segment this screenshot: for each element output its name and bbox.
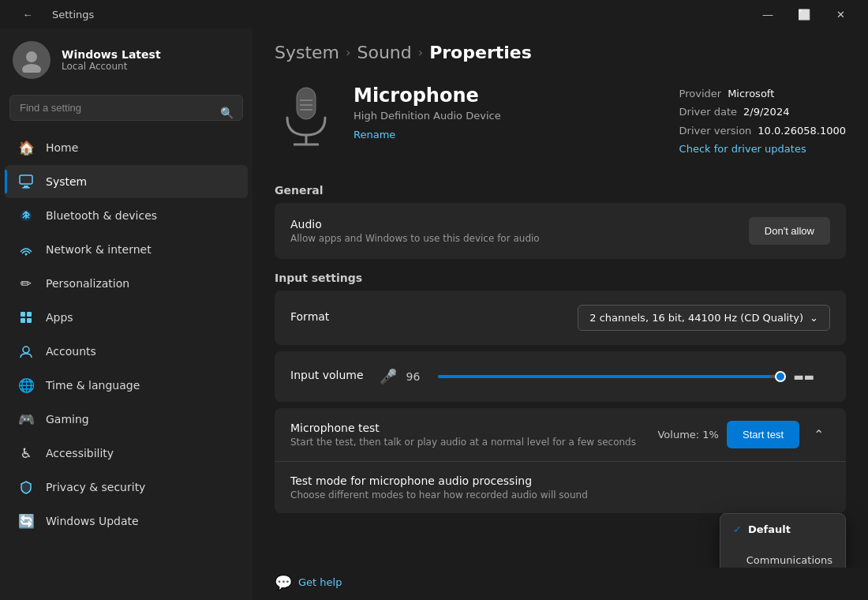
volume-slider-thumb[interactable] [775,371,786,382]
apps-icon [17,309,35,326]
user-role: Local Account [62,61,161,72]
driver-link[interactable]: Check for driver updates [679,143,806,155]
svg-point-0 [26,51,37,62]
test-mode-title: Test mode for microphone audio processin… [290,474,588,487]
test-mode-row: Test mode for microphone audio processin… [275,461,846,513]
format-value: 2 channels, 16 bit, 44100 Hz (CD Quality… [589,312,803,324]
provider-value: Microsoft [728,84,774,103]
mic-test-description: Start the test, then talk or play audio … [290,437,636,448]
accounts-icon [17,343,35,360]
search-container: 🔍 [0,95,253,130]
breadcrumb-system[interactable]: System [275,43,339,62]
breadcrumb-sep-2: › [418,45,423,60]
sidebar-item-label: Personalization [46,277,129,290]
minimize-button[interactable]: — [750,0,786,28]
svg-rect-4 [22,187,30,189]
user-profile[interactable]: Windows Latest Local Account [0,28,253,95]
windows-update-icon: 🔄 [17,512,35,530]
volume-end-icon: ▬▬ [794,370,814,383]
svg-point-1 [22,64,41,73]
sidebar: Windows Latest Local Account 🔍 🏠 Home [0,28,253,600]
sidebar-item-windows-update[interactable]: 🔄 Windows Update [5,504,248,538]
get-help-link[interactable]: Get help [298,576,342,588]
app-container: Windows Latest Local Account 🔍 🏠 Home [0,28,868,600]
get-help-bar: 💬 Get help [253,568,868,600]
test-mode-default[interactable]: ✓ Default [720,514,845,545]
sidebar-item-accessibility[interactable]: ♿ Accessibility [5,437,248,470]
audio-row: Audio Allow apps and Windows to use this… [275,203,846,259]
close-button[interactable]: ✕ [822,0,859,28]
content-area: System › Sound › Properties [253,28,868,600]
help-icon: 💬 [275,574,292,591]
sidebar-item-apps[interactable]: Apps [5,301,248,334]
mic-test-chevron-button[interactable]: ⌃ [807,424,830,445]
sidebar-item-personalization[interactable]: ✏️ Personalization [5,267,248,300]
device-name: Microphone [354,84,501,107]
privacy-icon [17,478,35,496]
svg-rect-9 [21,318,25,323]
format-dropdown[interactable]: 2 channels, 16 bit, 44100 Hz (CD Quality… [578,305,830,331]
svg-rect-12 [297,88,316,119]
sidebar-item-system[interactable]: System [5,165,248,198]
svg-rect-2 [20,175,32,184]
driver-date-value: 2/9/2024 [743,103,789,121]
search-icon: 🔍 [220,107,234,119]
test-mode-communications[interactable]: Communications [720,545,845,568]
device-info: Microphone High Definition Audio Device … [354,84,501,141]
driver-version-label: Driver version [679,122,752,140]
device-sub: High Definition Audio Device [354,110,501,122]
breadcrumb-sound[interactable]: Sound [357,43,411,62]
input-settings-section-label: Input settings [275,272,846,284]
personalization-icon: ✏️ [17,275,35,292]
search-input[interactable] [9,95,243,121]
test-mode-default-label: Default [748,523,791,535]
dont-allow-button[interactable]: Don't allow [749,217,830,245]
microphone-icon [275,84,338,148]
audio-description: Allow apps and Windows to use this devic… [290,233,540,244]
avatar [13,41,51,79]
accessibility-icon: ♿ [17,444,35,462]
sidebar-item-home[interactable]: 🏠 Home [5,131,248,164]
format-row: Format 2 channels, 16 bit, 44100 Hz (CD … [275,291,846,345]
sidebar-item-privacy[interactable]: Privacy & security [5,471,248,504]
svg-rect-8 [27,312,32,317]
app-title: Settings [52,9,94,21]
back-button[interactable]: ← [9,0,46,28]
sidebar-item-bluetooth[interactable]: Bluetooth & devices [5,199,248,232]
driver-date-label: Driver date [679,103,737,121]
title-bar: ← Settings — ⬜ ✕ [0,0,868,28]
sidebar-item-time[interactable]: 🌐 Time & language [5,369,248,402]
sidebar-item-label: Time & language [46,379,140,392]
sidebar-item-label: System [46,175,87,188]
maximize-button[interactable]: ⬜ [786,0,822,28]
sidebar-item-network[interactable]: Network & internet [5,233,248,266]
input-volume-title: Input volume [290,369,364,381]
sidebar-item-label: Bluetooth & devices [46,209,157,222]
volume-percent: Volume: 1% [657,429,719,441]
input-volume-label: Input volume [290,369,364,384]
system-icon [17,173,35,190]
input-volume-card: Input volume 🎤 96 ▬▬ [275,351,846,402]
volume-slider-track[interactable] [438,375,784,378]
checkmark-icon: ✓ [733,523,742,535]
device-header: Microphone High Definition Audio Device … [275,72,846,165]
test-mode-communications-label: Communications [746,554,832,566]
audio-title: Audio [290,218,540,231]
volume-number: 96 [406,370,428,383]
test-mode-dropdown: ✓ Default Communications [720,513,846,568]
provider-label: Provider [679,84,722,103]
rename-link[interactable]: Rename [354,129,395,141]
user-info: Windows Latest Local Account [62,48,161,72]
sidebar-item-gaming[interactable]: 🎮 Gaming [5,403,248,436]
sidebar-item-label: Windows Update [46,515,139,527]
mic-test-card: Microphone test Start the test, then tal… [275,408,846,513]
mic-test-controls: Volume: 1% Start test ⌃ [657,421,830,448]
start-test-button[interactable]: Start test [727,421,799,448]
chevron-down-icon: ⌄ [810,312,818,324]
sidebar-item-accounts[interactable]: Accounts [5,335,248,368]
mic-test-header: Microphone test Start the test, then tal… [275,408,846,461]
audio-label: Audio Allow apps and Windows to use this… [290,218,540,244]
mic-test-title: Microphone test [290,422,636,434]
breadcrumb-properties: Properties [429,43,532,62]
microphone-volume-icon: 🎤 [380,368,397,384]
